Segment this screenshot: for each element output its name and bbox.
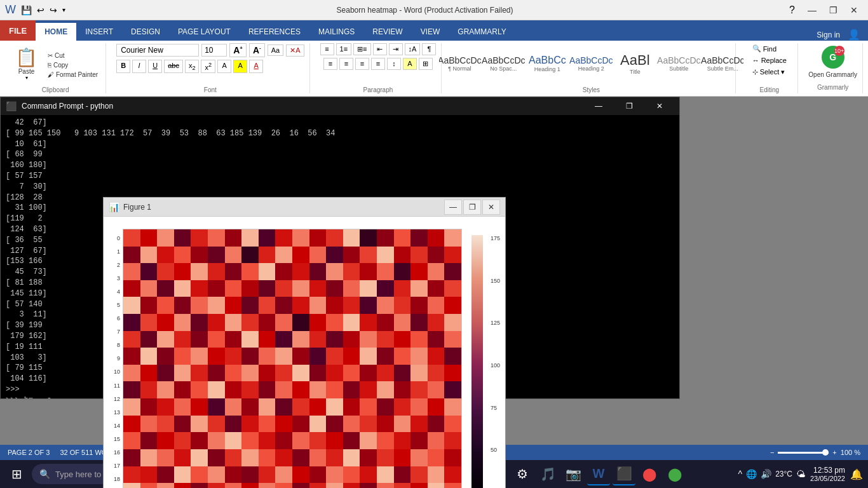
multilevel-button[interactable]: ⊞≡ bbox=[353, 43, 370, 55]
heatmap-cell bbox=[292, 263, 309, 280]
tab-mailings[interactable]: MAILINGS bbox=[309, 23, 363, 41]
align-center-button[interactable]: ≡ bbox=[339, 58, 353, 70]
open-grammarly-btn[interactable]: Open Grammarly bbox=[808, 71, 857, 78]
increase-indent-button[interactable]: ⇥ bbox=[389, 43, 403, 55]
italic-button[interactable]: I bbox=[132, 60, 146, 73]
minimize-button[interactable]: — bbox=[803, 2, 822, 18]
tab-design[interactable]: DESIGN bbox=[122, 23, 169, 41]
quick-save[interactable]: 💾 bbox=[21, 5, 32, 15]
speaker-icon[interactable]: 🔊 bbox=[761, 469, 771, 479]
notification-button[interactable]: 🔔 bbox=[850, 468, 863, 480]
font-case-button[interactable]: Aa bbox=[268, 44, 283, 56]
tab-home[interactable]: HOME bbox=[36, 23, 76, 41]
underline-button[interactable]: U bbox=[148, 60, 162, 73]
heatmap-cell bbox=[191, 398, 208, 416]
style-subtitle[interactable]: AaBbCcDc Subtitle bbox=[658, 44, 700, 83]
clock[interactable]: 12:53 pm 23/05/2022 bbox=[810, 466, 845, 482]
cut-button[interactable]: ✂ Cut bbox=[45, 51, 100, 60]
zoom-out-button[interactable]: − bbox=[770, 449, 774, 456]
start-button[interactable]: ⊞ bbox=[5, 463, 28, 485]
heatmap-cell bbox=[292, 229, 309, 247]
sign-in-link[interactable]: Sign in bbox=[817, 30, 840, 39]
share-icon[interactable]: 👤 bbox=[848, 29, 860, 41]
style-heading1[interactable]: AaBbCc Heading 1 bbox=[527, 44, 568, 83]
line-spacing-button[interactable]: ↕ bbox=[387, 58, 401, 70]
heatmap-cell bbox=[174, 297, 191, 314]
show-marks-button[interactable]: ¶ bbox=[422, 43, 436, 55]
select-button[interactable]: ⊹ Select ▾ bbox=[749, 67, 789, 78]
figure-minimize-button[interactable]: — bbox=[444, 200, 462, 215]
replace-button[interactable]: ↔ Replace bbox=[749, 55, 790, 65]
cmd-restore-button[interactable]: ❐ bbox=[614, 97, 644, 115]
style-subtle-em[interactable]: AaBbCcDc Subtle Em... bbox=[702, 44, 743, 83]
numbering-button[interactable]: 1≡ bbox=[336, 43, 352, 55]
cmd-taskbar-button[interactable]: ⬛ bbox=[613, 463, 635, 485]
quick-redo[interactable]: ↪ bbox=[50, 5, 57, 15]
quick-undo[interactable]: ↩ bbox=[37, 5, 44, 15]
heatmap-cell bbox=[275, 398, 292, 416]
heatmap-cell bbox=[191, 483, 208, 488]
style-title[interactable]: AaBl Title bbox=[614, 44, 656, 83]
format-painter-button[interactable]: 🖌 Format Painter bbox=[45, 71, 100, 79]
font-shrink-button[interactable]: A- bbox=[249, 43, 265, 57]
tab-references[interactable]: REFERENCES bbox=[240, 23, 309, 41]
colorbar-labels: 175150125100755025 bbox=[488, 235, 500, 488]
shading-button[interactable]: A bbox=[403, 58, 417, 70]
decrease-indent-button[interactable]: ⇤ bbox=[373, 43, 387, 55]
heatmap-cell bbox=[208, 247, 225, 264]
music-button[interactable]: 🎵 bbox=[536, 463, 559, 485]
help-button[interactable]: ? bbox=[784, 2, 800, 18]
style-normal[interactable]: AaBbCcDc ¶ Normal bbox=[439, 44, 480, 83]
cmd-close-button[interactable]: ✕ bbox=[645, 97, 674, 115]
restore-button[interactable]: ❐ bbox=[824, 2, 843, 18]
figure-close-button[interactable]: ✕ bbox=[482, 200, 500, 215]
colorbar-gradient bbox=[471, 235, 483, 488]
strikethrough-button[interactable]: abc bbox=[164, 60, 183, 73]
bullets-button[interactable]: ≡ bbox=[320, 43, 334, 55]
tab-review[interactable]: REVIEW bbox=[363, 23, 411, 41]
zoom-in-button[interactable]: + bbox=[832, 449, 836, 456]
word-taskbar-button[interactable]: W bbox=[587, 463, 610, 485]
bold-button[interactable]: B bbox=[116, 60, 130, 73]
text-highlight-button[interactable]: A bbox=[233, 60, 247, 73]
chrome2-button[interactable]: ⬤ bbox=[663, 463, 686, 485]
chrome-button[interactable]: ⬤ bbox=[638, 463, 661, 485]
superscript-button[interactable]: x2 bbox=[201, 60, 215, 73]
font-grow-button[interactable]: A+ bbox=[229, 43, 247, 57]
up-arrow-icon[interactable]: ^ bbox=[738, 469, 743, 479]
align-left-button[interactable]: ≡ bbox=[323, 58, 337, 70]
heatmap-cell bbox=[428, 416, 445, 433]
cmd-minimize-button[interactable]: — bbox=[584, 97, 613, 115]
gear-button[interactable]: ⚙ bbox=[511, 463, 534, 485]
text-effects-button[interactable]: A bbox=[217, 60, 231, 73]
tab-insert[interactable]: INSERT bbox=[76, 23, 122, 41]
sort-button[interactable]: ↕A bbox=[405, 43, 421, 55]
subscript-button[interactable]: x2 bbox=[185, 60, 200, 73]
style-no-spacing[interactable]: AaBbCcDc No Spac... bbox=[483, 44, 524, 83]
tab-grammarly[interactable]: GRAMMARLY bbox=[449, 23, 515, 41]
style-heading2[interactable]: AaBbCcDc Heading 2 bbox=[571, 44, 612, 83]
heatmap-cell bbox=[157, 398, 174, 416]
close-button[interactable]: ✕ bbox=[845, 2, 863, 18]
tab-page-layout[interactable]: PAGE LAYOUT bbox=[169, 23, 240, 41]
clear-format-button[interactable]: ✕A bbox=[286, 44, 304, 57]
zoom-slider[interactable] bbox=[778, 452, 829, 454]
copy-button[interactable]: ⎘ Copy bbox=[45, 61, 100, 69]
font-size-input[interactable]: 10 bbox=[201, 44, 227, 57]
tab-file[interactable]: FILE bbox=[0, 20, 36, 41]
camera-button[interactable]: 📷 bbox=[562, 463, 585, 485]
heatmap-cell bbox=[377, 331, 394, 348]
paste-button[interactable]: 📋 Paste ▾ bbox=[10, 46, 43, 82]
text-color-button[interactable]: A bbox=[249, 60, 263, 73]
font-name-input[interactable]: Courier New bbox=[116, 44, 199, 57]
weather-icon[interactable]: 🌤 bbox=[796, 469, 805, 479]
network-icon[interactable]: 🌐 bbox=[746, 469, 757, 479]
figure-restore-button[interactable]: ❐ bbox=[463, 200, 481, 215]
align-right-button[interactable]: ≡ bbox=[355, 58, 369, 70]
borders-button[interactable]: ⊞ bbox=[419, 58, 433, 70]
tab-view[interactable]: VIEW bbox=[412, 23, 449, 41]
find-button[interactable]: 🔍 Find bbox=[749, 43, 780, 54]
figure-window: 📊 Figure 1 — ❐ ✕ 01234567891011121314151… bbox=[103, 197, 506, 488]
justify-button[interactable]: ≡ bbox=[371, 58, 385, 70]
heatmap-cell bbox=[225, 449, 242, 466]
